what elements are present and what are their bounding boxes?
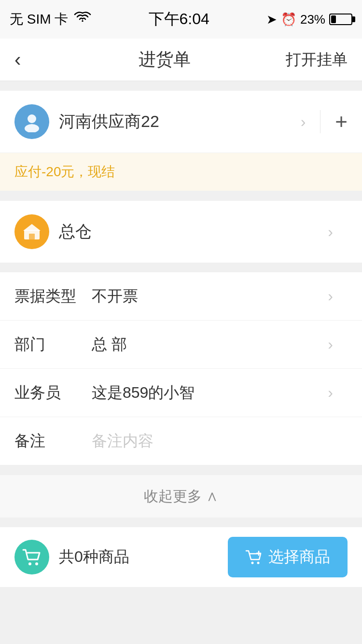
supplier-chevron-icon: › bbox=[301, 113, 306, 131]
section-divider-1 bbox=[0, 81, 362, 91]
collapse-button[interactable]: 收起更多 ∧ bbox=[0, 475, 362, 518]
select-product-button[interactable]: 选择商品 bbox=[228, 537, 348, 577]
salesperson-label: 业务员 bbox=[14, 382, 82, 404]
svg-point-1 bbox=[25, 124, 39, 132]
page-title: 进货单 bbox=[139, 48, 191, 71]
svg-marker-3 bbox=[23, 224, 41, 231]
vertical-divider bbox=[320, 110, 320, 133]
warehouse-icon bbox=[14, 214, 49, 249]
section-divider-2 bbox=[0, 191, 362, 200]
remark-label: 备注 bbox=[14, 431, 82, 452]
svg-point-8 bbox=[257, 562, 260, 564]
department-row[interactable]: 部门 总 部 › bbox=[0, 321, 362, 369]
status-bar: 无 SIM 卡 下午6:04 ➤ ⏰ 23% bbox=[0, 0, 362, 39]
supplier-name: 河南供应商22 bbox=[59, 111, 301, 133]
warehouse-chevron-icon: › bbox=[328, 223, 333, 241]
location-icon: ➤ bbox=[266, 12, 277, 27]
svg-point-6 bbox=[35, 562, 38, 565]
battery-percent: 23% bbox=[300, 12, 325, 27]
invoice-label: 票据类型 bbox=[14, 286, 82, 307]
svg-point-5 bbox=[28, 562, 31, 565]
collapse-label: 收起更多 ∧ bbox=[144, 487, 218, 506]
remark-row[interactable]: 备注 备注内容 bbox=[0, 417, 362, 465]
carrier-label: 无 SIM 卡 bbox=[10, 10, 68, 28]
invoice-value: 不开票 bbox=[82, 286, 328, 307]
department-chevron-icon: › bbox=[328, 336, 333, 353]
department-label: 部门 bbox=[14, 334, 82, 355]
salesperson-value: 这是859的小智 bbox=[82, 382, 328, 404]
gray-area bbox=[0, 587, 362, 644]
battery-icon bbox=[329, 14, 352, 25]
svg-rect-4 bbox=[29, 234, 35, 239]
invoice-chevron-icon: › bbox=[328, 287, 333, 305]
salesperson-chevron-icon: › bbox=[328, 384, 333, 402]
warning-banner: 应付-20元，现结 bbox=[0, 153, 362, 191]
nav-bar: ‹ 进货单 打开挂单 bbox=[0, 39, 362, 81]
form-section: 票据类型 不开票 › 部门 总 部 › 业务员 这是859的小智 › 备注 备注… bbox=[0, 272, 362, 465]
product-count-label: 共0种商品 bbox=[59, 546, 228, 568]
warning-text: 应付-20元，现结 bbox=[14, 164, 115, 179]
salesperson-row[interactable]: 业务员 这是859的小智 › bbox=[0, 369, 362, 417]
open-pending-button[interactable]: 打开挂单 bbox=[286, 49, 348, 70]
warehouse-row[interactable]: 总仓 › bbox=[0, 200, 362, 263]
department-value: 总 部 bbox=[82, 334, 328, 355]
status-left: 无 SIM 卡 bbox=[10, 10, 91, 28]
bottom-bar: 共0种商品 选择商品 bbox=[0, 527, 362, 587]
warehouse-name: 总仓 bbox=[59, 221, 328, 243]
remark-input[interactable]: 备注内容 bbox=[82, 431, 348, 452]
back-button[interactable]: ‹ bbox=[14, 49, 43, 70]
alarm-icon: ⏰ bbox=[281, 12, 296, 27]
add-supplier-button[interactable]: + bbox=[335, 111, 348, 132]
time-label: 下午6:04 bbox=[149, 9, 209, 30]
select-product-label: 选择商品 bbox=[268, 546, 330, 568]
svg-point-0 bbox=[28, 114, 36, 123]
wifi-icon bbox=[74, 11, 91, 28]
status-right: ➤ ⏰ 23% bbox=[266, 12, 352, 27]
supplier-row[interactable]: 河南供应商22 › + bbox=[0, 91, 362, 153]
invoice-row[interactable]: 票据类型 不开票 › bbox=[0, 272, 362, 321]
svg-point-7 bbox=[251, 562, 254, 564]
supplier-avatar bbox=[14, 104, 49, 139]
product-cart-icon bbox=[14, 540, 49, 574]
